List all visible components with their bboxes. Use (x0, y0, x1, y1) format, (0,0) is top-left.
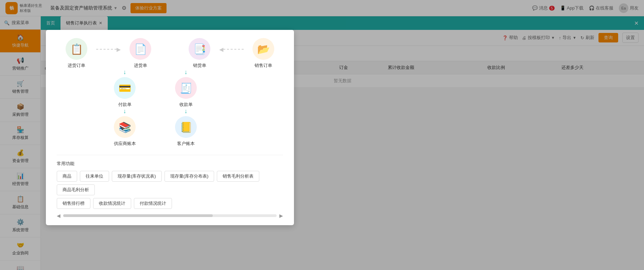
func-btn-sales-margin[interactable]: 销售毛利分析表 (217, 171, 259, 182)
func-btn-payment-stats[interactable]: 付款情况统计 (134, 198, 172, 209)
flow-node-sales-bill[interactable]: 📑 销货单 (180, 38, 219, 69)
func-btn-sales-rank[interactable]: 销售排行榜 (57, 198, 90, 209)
flow-row-3: 📚 供应商账本 📒 客户账本 (57, 116, 283, 147)
purchase-order-label: 进货订单 (68, 62, 85, 69)
quick-nav-popup: 📋 进货订单 ▶ 📄 进货单 📑 (46, 30, 294, 225)
purchase-bill-icon: 📄 (129, 38, 151, 60)
flow-node-payment-bill[interactable]: 💳 付款单 (104, 77, 145, 108)
scroll-thumb (63, 214, 213, 217)
purchase-order-icon: 📋 (66, 38, 87, 60)
purchase-bill-label: 进货单 (134, 62, 147, 69)
func-btn-product-margin[interactable]: 商品毛利分析 (57, 184, 95, 195)
scroll-right-arrow[interactable]: ▶ (279, 213, 283, 218)
flow-node-customer-ledger[interactable]: 📒 客户账本 (166, 116, 206, 147)
supplier-ledger-label: 供应商账本 (114, 141, 136, 147)
flow-diagram: 📋 进货订单 ▶ 📄 进货单 📑 (57, 38, 283, 147)
sales-bill-icon: 📑 (189, 38, 210, 60)
receipt-bill-icon: 🧾 (175, 77, 197, 99)
flow-row-1: 📋 进货订单 ▶ 📄 进货单 📑 (57, 38, 283, 69)
flow-node-purchase-order[interactable]: 📋 进货订单 (57, 38, 96, 69)
scroll-left-arrow[interactable]: ◀ (57, 213, 60, 218)
customer-ledger-label: 客户账本 (177, 141, 195, 147)
sales-bill-label: 销货单 (193, 62, 206, 69)
func-btn-inventory-dist[interactable]: 现存量(库存分布表) (164, 171, 214, 182)
func-btn-receipt-stats[interactable]: 收款情况统计 (93, 198, 131, 209)
flow-node-supplier-ledger[interactable]: 📚 供应商账本 (104, 116, 145, 147)
payment-bill-icon: 💳 (114, 77, 136, 99)
func-buttons-row1: 商品 往来单位 现存量(库存状况表) 现存量(库存分布表) 销售毛利分析表 商品… (57, 171, 283, 195)
flow-node-receipt-bill[interactable]: 🧾 收款单 (166, 77, 206, 108)
func-btn-product[interactable]: 商品 (57, 171, 77, 182)
sales-order-icon: 📂 (253, 38, 274, 60)
flow-node-purchase-bill[interactable]: 📄 进货单 (121, 38, 160, 69)
scroll-track[interactable] (63, 214, 277, 217)
func-btn-partner[interactable]: 往来单位 (80, 171, 109, 182)
common-funcs-title: 常用功能 (57, 161, 283, 167)
sales-order-label: 销售订单 (255, 62, 272, 69)
flow-node-sales-order[interactable]: 📂 销售订单 (244, 38, 283, 69)
receipt-bill-label: 收款单 (179, 102, 193, 108)
scroll-row: ◀ ▶ (57, 213, 283, 218)
customer-ledger-icon: 📒 (175, 116, 197, 138)
flow-row-2: 💳 付款单 🧾 收款单 (57, 77, 283, 108)
func-btn-inventory-status[interactable]: 现存量(库存状况表) (112, 171, 162, 182)
supplier-ledger-icon: 📚 (114, 116, 136, 138)
common-funcs-section: 常用功能 商品 往来单位 现存量(库存状况表) 现存量(库存分布表) 销售毛利分… (57, 155, 283, 209)
func-buttons-row2: 销售排行榜 收款情况统计 付款情况统计 (57, 198, 283, 209)
payment-bill-label: 付款单 (118, 102, 132, 108)
